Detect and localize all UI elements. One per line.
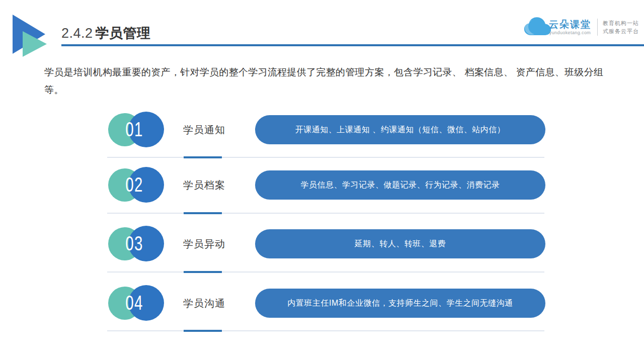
brand-tagline-line2: 式服务云平台 xyxy=(603,27,639,35)
row-divider xyxy=(107,330,544,331)
feature-row-archive: 02 学员档案 学员信息、学习记录、做题记录、行为记录、消费记录 xyxy=(108,166,545,204)
slide: 2.4.2学员管理 云朵课堂 yunduoketang.com 教育机构一站 式… xyxy=(0,0,644,362)
badge-number: 01 xyxy=(125,119,141,140)
number-badge: 01 xyxy=(108,112,164,148)
row-divider xyxy=(107,157,544,158)
row-label: 学员通知 xyxy=(183,123,225,137)
number-badge: 02 xyxy=(108,167,164,203)
badge-number: 02 xyxy=(125,174,141,195)
feature-row-transfer: 03 学员异动 延期、转人、转班、退费 xyxy=(108,225,545,262)
brand-name: 云朵课堂 xyxy=(549,20,591,30)
brand-tagline: 教育机构一站 式服务云平台 xyxy=(603,19,639,35)
intro-paragraph: 学员是培训机构最重要的资产，针对学员的整个学习流程提供了完整的管理方案，包含学习… xyxy=(44,63,612,99)
cloud-icon xyxy=(523,16,552,38)
row-label: 学员沟通 xyxy=(183,297,225,310)
number-badge: 04 xyxy=(108,285,164,321)
divider-accent xyxy=(184,212,222,214)
row-description-pill: 学员信息、学习记录、做题记录、行为记录、消费记录 xyxy=(255,170,545,200)
divider-accent xyxy=(184,156,222,158)
row-description-pill: 开课通知、上课通知 、约课通知（短信、微信、站内信） xyxy=(255,115,545,144)
row-divider xyxy=(107,272,544,273)
row-description-pill: 延期、转人、转班、退费 xyxy=(255,229,545,258)
brand-text-block: 云朵课堂 yunduoketang.com xyxy=(549,20,591,35)
brand-divider xyxy=(597,19,598,36)
section-number: 2.4.2 xyxy=(61,26,93,41)
feature-row-notice: 01 学员通知 开课通知、上课通知 、约课通知（短信、微信、站内信） xyxy=(108,111,545,148)
row-label: 学员档案 xyxy=(183,178,225,192)
brand-logo: 云朵课堂 yunduoketang.com 教育机构一站 式服务云平台 xyxy=(523,15,639,39)
badge-number: 03 xyxy=(125,233,141,254)
row-label: 学员异动 xyxy=(183,237,225,251)
brand-tagline-line1: 教育机构一站 xyxy=(603,19,639,27)
row-description-pill: 内置班主任IM和企业微信，支持师生之间、学生之间无缝沟通 xyxy=(255,289,545,318)
feature-row-communication: 04 学员沟通 内置班主任IM和企业微信，支持师生之间、学生之间无缝沟通 xyxy=(108,285,545,322)
page-title: 2.4.2学员管理 xyxy=(61,24,151,42)
title-underline xyxy=(61,44,644,46)
divider-accent xyxy=(184,330,222,332)
brand-domain: yunduoketang.com xyxy=(549,30,591,35)
number-badge: 03 xyxy=(108,226,164,262)
badge-number: 04 xyxy=(125,293,141,313)
row-divider xyxy=(107,213,544,214)
title-text: 学员管理 xyxy=(96,26,151,41)
divider-accent xyxy=(184,271,222,273)
